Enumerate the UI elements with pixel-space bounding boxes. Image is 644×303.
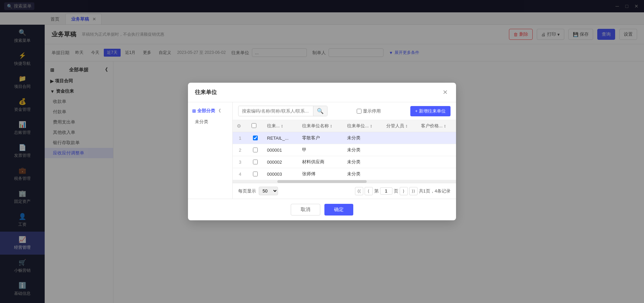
- add-new-label: + 新增往来单位: [415, 108, 446, 114]
- col-cat-sort-icon[interactable]: ↕: [370, 123, 373, 128]
- row-3-code: 000002: [263, 156, 298, 168]
- col-price-header: 客户价格... ↕: [417, 120, 456, 132]
- row-2-checkbox[interactable]: [253, 148, 258, 152]
- table-row[interactable]: 1 RETAIL_... 零散客户 未分类: [233, 132, 456, 144]
- counterparty-table: ⚙ 往来... ↕ 往来单位名称 ↕ 往来单位... ↕ 分管人员 ↕ 客户价格…: [233, 120, 456, 180]
- col-category-header: 往来单位... ↕: [343, 120, 382, 132]
- modal-table: ⚙ 往来... ↕ 往来单位名称 ↕ 往来单位... ↕ 分管人员 ↕ 客户价格…: [233, 120, 456, 180]
- row-4-manager: [382, 168, 417, 180]
- row-3-price: [417, 156, 456, 168]
- row-1-checkbox[interactable]: [253, 136, 258, 140]
- per-page-select[interactable]: 50 100 200: [259, 187, 278, 195]
- row-1-category: 未分类: [343, 132, 382, 144]
- row-num-1: 1: [233, 132, 247, 144]
- row-1-manager: [382, 132, 417, 144]
- page-suffix: 页: [394, 188, 398, 194]
- row-num-4: 4: [233, 168, 247, 180]
- modal-sidebar: ⊞ 全部分类 《 未分类: [188, 102, 233, 199]
- modal-body: ⊞ 全部分类 《 未分类 🔍 显示停: [188, 102, 456, 199]
- row-4-name: 张师傅: [298, 168, 343, 180]
- show-disabled-check[interactable]: 显示停用: [357, 108, 381, 114]
- row-4-price: [417, 168, 456, 180]
- modal-search-box[interactable]: 🔍: [238, 106, 327, 116]
- row-2-price: [417, 144, 456, 156]
- row-num-3: 3: [233, 156, 247, 168]
- total-info: 共1页，4条记录: [419, 188, 451, 194]
- first-page-button[interactable]: ⟨⟨: [355, 187, 363, 195]
- row-4-code: 000003: [263, 168, 298, 180]
- row-1-name: 零散客户: [298, 132, 343, 144]
- modal-sidebar-collapse-icon[interactable]: 《: [216, 108, 221, 114]
- show-disabled-checkbox[interactable]: [357, 109, 362, 114]
- modal-footer-bar: 每页显示 50 100 200 ⟨⟨ ⟨ 第 页 ⟩: [233, 183, 456, 199]
- modal-toolbar: 🔍 显示停用 + 新增往来单位: [233, 102, 456, 120]
- col-name-sort-icon[interactable]: ↕: [330, 123, 332, 128]
- page-number-input[interactable]: [380, 187, 392, 195]
- modal-search-button[interactable]: 🔍: [313, 106, 327, 116]
- row-3-category: 未分类: [343, 156, 382, 168]
- modal-unclassified-label: 未分类: [195, 119, 208, 124]
- row-4-checkbox[interactable]: [253, 172, 258, 176]
- modal-actions: 取消 确定: [188, 199, 456, 220]
- col-code-header: 往来... ↕: [263, 120, 298, 132]
- prev-page-button[interactable]: ⟨: [365, 187, 373, 195]
- confirm-label: 确定: [334, 207, 344, 212]
- col-name-header: 往来单位名称 ↕: [298, 120, 343, 132]
- modal-overlay[interactable]: 往来单位 ✕ ⊞ 全部分类 《 未分类: [0, 0, 644, 303]
- page-label: 第: [374, 188, 379, 194]
- table-row[interactable]: 4 000003 张师傅 未分类: [233, 168, 456, 180]
- horizontal-scrollbar[interactable]: [233, 180, 456, 183]
- col-settings-icon[interactable]: ⚙: [237, 123, 241, 129]
- col-sort-icon[interactable]: ↕: [281, 123, 283, 128]
- next-page-button[interactable]: ⟩: [400, 187, 408, 195]
- cancel-label: 取消: [301, 207, 310, 212]
- row-3-name: 材料供应商: [298, 156, 343, 168]
- row-1-price: [417, 132, 456, 144]
- col-manager-header: 分管人员 ↕: [382, 120, 417, 132]
- table-row[interactable]: 3 000002 材料供应商 未分类: [233, 156, 456, 168]
- row-2-name: 甲: [298, 144, 343, 156]
- modal-close-button[interactable]: ✕: [441, 88, 449, 96]
- modal-title: 往来单位: [195, 89, 217, 96]
- row-4-category: 未分类: [343, 168, 382, 180]
- modal-search-input[interactable]: [238, 107, 313, 115]
- col-price-sort-icon[interactable]: ↕: [444, 123, 446, 128]
- grid-modal-icon: ⊞: [192, 108, 196, 114]
- modal-all-label: 全部分类: [197, 108, 215, 114]
- add-new-counterparty-button[interactable]: + 新增往来单位: [410, 106, 451, 116]
- row-2-category: 未分类: [343, 144, 382, 156]
- table-row[interactable]: 2 000001 甲 未分类: [233, 144, 456, 156]
- modal-sidebar-unclassified[interactable]: 未分类: [188, 117, 232, 127]
- cancel-button[interactable]: 取消: [291, 204, 320, 215]
- per-page-label: 每页显示: [238, 188, 256, 194]
- modal-header: 往来单位 ✕: [188, 83, 456, 102]
- col-mgr-sort-icon[interactable]: ↕: [406, 123, 408, 128]
- row-2-code: 000001: [263, 144, 298, 156]
- last-page-button[interactable]: ⟩⟩: [409, 187, 418, 195]
- confirm-button[interactable]: 确定: [324, 204, 353, 215]
- show-disabled-label: 显示停用: [363, 108, 381, 114]
- modal-main: 🔍 显示停用 + 新增往来单位 ⚙: [233, 102, 456, 199]
- pagination-left: 每页显示 50 100 200: [238, 187, 278, 195]
- modal-counterparty: 往来单位 ✕ ⊞ 全部分类 《 未分类: [188, 83, 456, 220]
- pagination-controls: ⟨⟨ ⟨ 第 页 ⟩ ⟩⟩ 共1页，4条记录: [355, 187, 451, 195]
- row-3-checkbox[interactable]: [253, 160, 258, 164]
- select-all-checkbox[interactable]: [252, 123, 256, 128]
- row-1-code: RETAIL_...: [263, 132, 298, 144]
- scrollbar-thumb[interactable]: [277, 180, 367, 183]
- modal-sidebar-all[interactable]: ⊞ 全部分类 《: [188, 105, 232, 117]
- row-3-manager: [382, 156, 417, 168]
- row-2-manager: [382, 144, 417, 156]
- row-num-2: 2: [233, 144, 247, 156]
